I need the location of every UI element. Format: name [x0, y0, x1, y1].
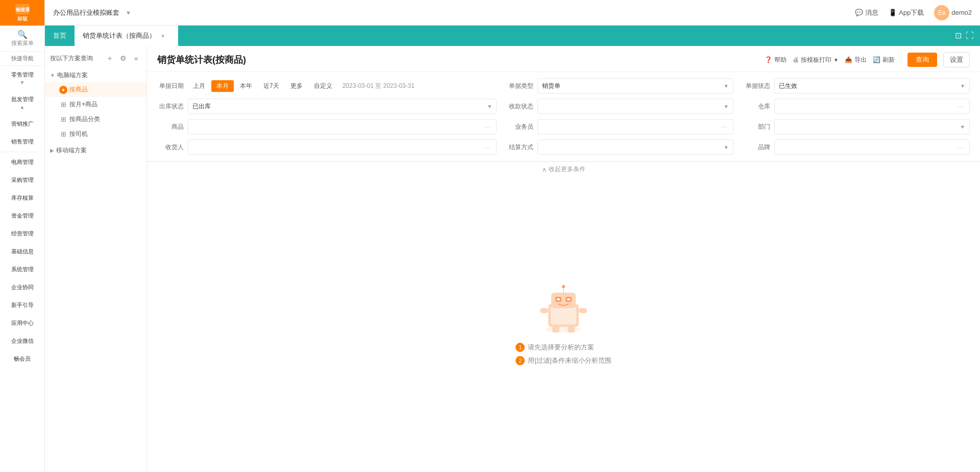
collapse-panel-button[interactable]: « — [131, 53, 141, 63]
help-label: 帮助 — [774, 56, 787, 64]
product-label: 商品 — [157, 123, 188, 131]
collect-status-field: 收款状态 ▼ — [507, 99, 733, 114]
date-tab-7days[interactable]: 近7天 — [258, 80, 284, 92]
tab-active[interactable]: 销货单统计表（按商品） × — [75, 26, 178, 46]
empty-tip-num-2: 2 — [516, 356, 525, 365]
collapse-bar[interactable]: ∧ 收起更多条件 — [147, 161, 980, 177]
sidebar-item-newbie[interactable]: 新手引导 — [0, 296, 44, 314]
sidebar-item-ecommerce[interactable]: 电商管理 — [0, 153, 44, 171]
product-field: 商品 ··· — [157, 119, 497, 134]
date-tab-custom[interactable]: 自定义 — [309, 80, 337, 92]
sidebar-item-inventory[interactable]: 库存核算 — [0, 189, 44, 207]
warehouse-dots-icon[interactable]: ··· — [955, 102, 965, 110]
template-print-label: 按模板打印 — [801, 56, 831, 64]
sidebar-quick-nav[interactable]: 快捷导航 — [0, 52, 44, 66]
workspace-arrow-icon[interactable]: ▼ — [126, 10, 131, 16]
refresh-button[interactable]: 🔄 刷新 — [873, 56, 895, 64]
warehouse-label: 仓库 — [744, 102, 774, 111]
date-filter-field: 单据日期 上月 本月 本年 近7天 更多 自定义 2023-03-01 至 20… — [157, 80, 497, 92]
scheme-group-mobile-header[interactable]: ▶ 移动端方案 — [45, 144, 146, 157]
collect-status-arrow-icon: ▼ — [724, 104, 729, 109]
settlement-arrow-icon: ▼ — [724, 145, 729, 150]
scheme-grid-icon-3: ⊞ — [59, 130, 67, 138]
doc-status-field: 单据状态 已生效 ▼ — [744, 78, 970, 93]
date-tab-this-month[interactable]: 本月 — [211, 80, 234, 92]
sidebar-item-sales[interactable]: 销售管理 — [0, 133, 44, 151]
sidebar-item-finance[interactable]: 资金管理 — [0, 207, 44, 225]
scheme-group-mobile: ▶ 移动端方案 — [45, 144, 146, 157]
filter-row-3: 商品 ··· 业务员 ··· 部门 — [157, 119, 970, 134]
page-title-bar: 销货单统计表(按商品) ❓ 帮助 🖨 按模板打印 ▼ 📤 导出 — [147, 46, 980, 72]
svg-rect-14 — [552, 325, 559, 333]
salesperson-label: 业务员 — [507, 123, 537, 131]
warehouse-select[interactable]: ··· — [774, 99, 970, 114]
doc-type-select[interactable]: 销货单 ▼ — [537, 78, 733, 93]
sidebar-item-operation[interactable]: 经营管理 — [0, 225, 44, 243]
filter-row-4: 收货人 ··· 结算方式 ▼ 品牌 — [157, 139, 970, 155]
scheme-item-by-product[interactable]: ● 按商品 — [45, 82, 146, 97]
settlement-select[interactable]: ▼ — [537, 139, 733, 155]
product-dots-icon[interactable]: ··· — [482, 123, 492, 131]
tab-restore-icon[interactable]: ⊡ — [955, 32, 962, 40]
date-tab-more[interactable]: 更多 — [285, 80, 308, 92]
svg-point-11 — [562, 285, 565, 288]
collect-status-select[interactable]: ▼ — [537, 99, 733, 114]
export-button[interactable]: 📤 导出 — [845, 56, 867, 64]
message-label: 消息 — [865, 8, 878, 17]
sidebar-item-member[interactable]: 畅会员 — [0, 350, 44, 368]
refresh-label: 刷新 — [883, 56, 895, 64]
tab-home[interactable]: 首页 — [45, 26, 75, 46]
collect-status-label: 收款状态 — [507, 102, 537, 111]
tab-close-icon[interactable]: × — [159, 32, 167, 40]
date-tab-this-year[interactable]: 本年 — [235, 80, 257, 92]
doc-status-select[interactable]: 已生效 ▼ — [774, 78, 970, 93]
scheme-group-desktop-header[interactable]: ▼ 电脑端方案 — [45, 68, 146, 82]
receiver-label: 收货人 — [157, 143, 188, 152]
help-icon: ❓ — [765, 56, 772, 63]
sidebar-item-purchase[interactable]: 采购管理 — [0, 171, 44, 189]
salesperson-select[interactable]: ··· — [537, 119, 733, 134]
receiver-select[interactable]: ··· — [188, 139, 497, 155]
sidebar-item-marketing[interactable]: 营销推广 — [0, 115, 44, 133]
scheme-item-by-cashier[interactable]: ⊞ 按司机 — [45, 127, 146, 141]
settings-button[interactable]: 设置 — [943, 52, 970, 67]
product-select[interactable]: ··· — [188, 119, 497, 134]
sidebar-item-wechat[interactable]: 企业微信 — [0, 332, 44, 350]
workspace-name: 办公用品行业模拟账套 — [53, 8, 119, 17]
salesperson-dots-icon[interactable]: ··· — [719, 123, 729, 131]
scheme-item-by-month-product[interactable]: ⊞ 按月+商品 — [45, 97, 146, 112]
template-print-button[interactable]: 🖨 按模板打印 ▼ — [793, 56, 839, 64]
brand-dots-icon[interactable]: ··· — [955, 143, 965, 151]
receiver-dots-icon[interactable]: ··· — [482, 143, 492, 151]
message-action[interactable]: 💬 消息 — [855, 8, 878, 17]
user-action[interactable]: Ea demo2 — [934, 5, 972, 20]
edit-scheme-button[interactable]: ⚙ — [118, 53, 128, 63]
query-button[interactable]: 查询 — [908, 53, 937, 67]
sidebar-item-apps[interactable]: 应用中心 — [0, 314, 44, 332]
brand-select[interactable]: ··· — [774, 139, 970, 155]
out-status-select[interactable]: 已出库 ▼ — [188, 99, 497, 114]
sidebar-search[interactable]: 🔍 帮助 搜索菜单 — [0, 26, 44, 52]
department-select[interactable]: ▼ — [774, 119, 970, 134]
department-field: 部门 ▼ — [744, 119, 970, 134]
sidebar-item-basic[interactable]: 基础信息 — [0, 243, 44, 261]
sidebar-item-corp[interactable]: 企业协同 — [0, 278, 44, 296]
page-title-actions: ❓ 帮助 🖨 按模板打印 ▼ 📤 导出 🔄 刷新 — [765, 52, 970, 67]
app-download-action[interactable]: 📱 App下载 — [889, 8, 924, 17]
collapse-label: 收起更多条件 — [549, 165, 585, 174]
svg-rect-12 — [540, 308, 548, 313]
sidebar-item-retail[interactable]: 零售管理 ▼ — [0, 66, 44, 90]
date-tab-last-month[interactable]: 上月 — [188, 80, 210, 92]
help-button[interactable]: ❓ 帮助 — [765, 56, 787, 64]
scheme-item-by-month-product-label: 按月+商品 — [69, 100, 97, 109]
svg-text:畅捷通: 畅捷通 — [15, 7, 30, 12]
print-arrow-icon: ▼ — [834, 57, 839, 63]
sidebar-item-system[interactable]: 系统管理 — [0, 261, 44, 278]
add-scheme-button[interactable]: + — [105, 53, 115, 63]
tab-maximize-icon[interactable]: ⛶ — [966, 32, 974, 40]
doc-status-value: 已生效 — [779, 82, 961, 90]
settings-button-label: 设置 — [950, 55, 963, 64]
refresh-icon: 🔄 — [873, 56, 880, 63]
scheme-item-by-category[interactable]: ⊞ 按商品分类 — [45, 112, 146, 127]
sidebar-item-wholesale[interactable]: 批发管理 ▲ — [0, 90, 44, 115]
